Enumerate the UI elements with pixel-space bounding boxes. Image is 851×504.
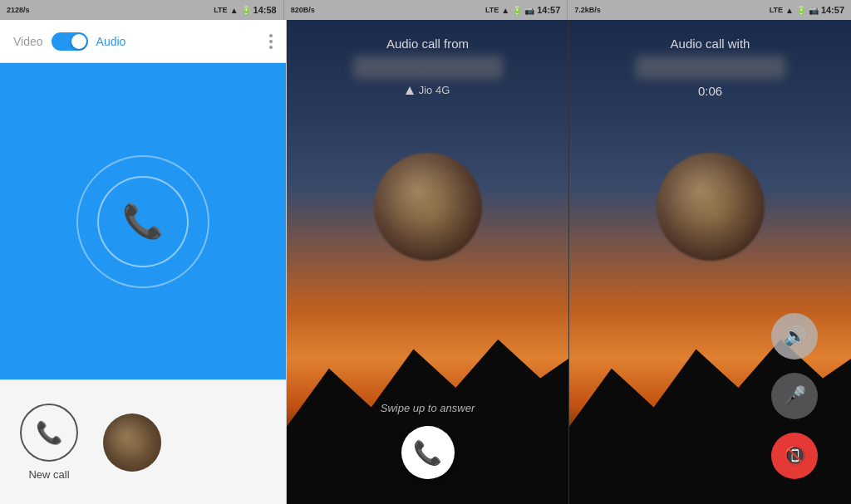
status-bar: 2128/s LTE ▲ 🔋 14:58 820B/s LTE ▲ 🔋 📷 14… (0, 0, 851, 20)
incoming-caller-avatar (374, 153, 482, 261)
status-icons-middle: LTE ▲ 🔋 📷 14:57 (485, 5, 560, 15)
network-name: Jio 4G (419, 84, 450, 96)
active-caller-avatar (657, 153, 765, 261)
video-label: Video (13, 35, 43, 48)
answer-phone-icon: 📞 (413, 439, 442, 467)
incoming-call-panel: Audio call from Jio 4G Swipe up to answe… (287, 20, 568, 504)
mute-button[interactable]: 🎤 (771, 373, 818, 419)
status-bar-right: 7.2kB/s LTE ▲ 🔋 📷 14:57 (568, 0, 851, 20)
time-middle: 14:57 (537, 5, 560, 15)
network-icon-left: LTE (214, 6, 227, 14)
incoming-caller-name (353, 56, 503, 79)
camera-icon-middle: 📷 (524, 6, 534, 15)
incoming-call-controls: Swipe up to answer 📞 (287, 402, 568, 479)
contact-avatar[interactable] (103, 413, 161, 472)
active-call-info: Audio call with 0:06 (569, 20, 851, 98)
end-call-button[interactable]: 📵 (771, 433, 818, 479)
audio-label: Audio (96, 35, 126, 48)
battery-left: 🔋 (241, 6, 251, 15)
menu-dot-3 (269, 46, 273, 49)
phone-circle-inner: 📞 (97, 176, 189, 267)
active-call-controls: 🔊 🎤 📵 (771, 313, 818, 479)
signal-bars-right: ▲ (785, 6, 794, 15)
network-icon-right: LTE (770, 6, 783, 14)
call-duration: 0:06 (698, 84, 722, 98)
active-caller-name (636, 56, 785, 79)
blue-area: 📞 (0, 63, 286, 379)
status-icons-right: LTE ▲ 🔋 📷 14:57 (770, 5, 844, 15)
bottom-area: 📞 New call (0, 379, 286, 504)
status-info-right: 7.2kB/s (574, 6, 601, 14)
new-call-phone-icon: 📞 (36, 420, 62, 446)
time-right: 14:57 (821, 5, 844, 15)
mute-icon: 🎤 (784, 385, 806, 407)
signal-bars-middle: ▲ (501, 6, 509, 15)
active-call-panel: Audio call with 0:06 🔊 🎤 📵 (568, 20, 851, 504)
camera-icon-right: 📷 (809, 6, 819, 15)
status-bar-middle: 820B/s LTE ▲ 🔋 📷 14:57 (284, 0, 568, 20)
overflow-menu-button[interactable] (269, 34, 273, 49)
signal-bars-left: ▲ (230, 6, 239, 15)
incoming-call-status: Audio call from (386, 37, 469, 51)
swipe-to-answer-text: Swipe up to answer (381, 402, 475, 414)
incoming-call-info: Audio call from Jio 4G (287, 20, 568, 96)
status-icons-left: LTE ▲ 🔋 14:58 (214, 5, 276, 15)
network-icon-middle: LTE (485, 6, 499, 14)
menu-dot-2 (269, 40, 273, 43)
status-bar-left: 2128/s LTE ▲ 🔋 14:58 (0, 0, 284, 20)
new-call-label: New call (28, 468, 69, 481)
speaker-icon: 🔊 (784, 325, 806, 347)
menu-dot-1 (269, 34, 273, 37)
speaker-button[interactable]: 🔊 (771, 313, 818, 360)
battery-right: 🔋 (796, 6, 806, 15)
answer-button[interactable]: 📞 (401, 426, 455, 479)
time-left: 14:58 (253, 5, 277, 15)
signal-triangle-icon (406, 86, 414, 95)
top-bar: Video Audio (0, 20, 286, 63)
status-info-left: 2128/s (7, 6, 30, 14)
main-content: Video Audio 📞 📞 New call (0, 20, 851, 504)
phone-icon: 📞 (122, 202, 164, 241)
call-network-info: Jio 4G (406, 84, 450, 96)
active-call-status: Audio call with (671, 37, 750, 51)
battery-middle: 🔋 (512, 6, 522, 15)
video-audio-toggle[interactable] (52, 32, 88, 51)
left-panel: Video Audio 📞 📞 New call (0, 20, 287, 504)
new-call-button[interactable]: 📞 New call (20, 404, 78, 481)
phone-circle-outer: 📞 (76, 155, 209, 288)
status-info-middle: 820B/s (291, 6, 315, 14)
end-call-icon: 📵 (784, 445, 806, 467)
new-call-circle: 📞 (20, 404, 78, 462)
